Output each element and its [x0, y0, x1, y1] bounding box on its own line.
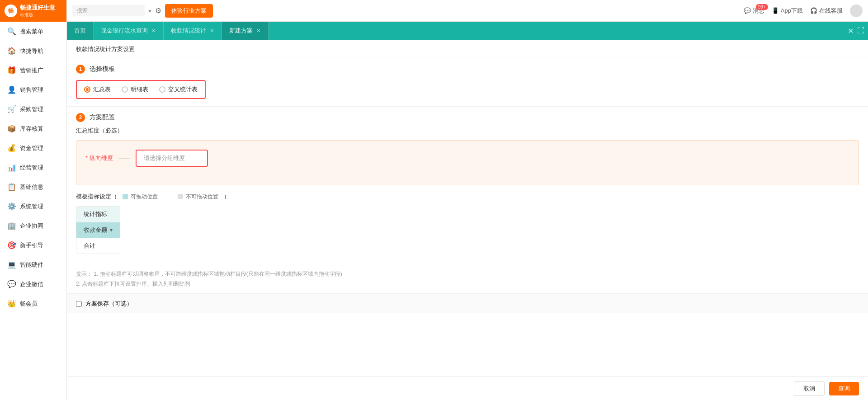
trial-btn[interactable]: 体验行业方案: [165, 4, 213, 18]
legend-non-draggable: 不可拖动位置: [178, 193, 218, 201]
main-area: 搜索 ▾ ⚙ 体验行业方案 💬 消息 99+ 📱 App下载 🎧 在线客服: [67, 0, 868, 400]
header-left: 搜索 ▾ ⚙ 体验行业方案: [72, 4, 740, 18]
step1-section: 1 选择模板 汇总表 明细表 交叉统计表: [67, 57, 868, 106]
radio-summary[interactable]: 汇总表: [84, 85, 111, 94]
logo-subtitle: 标准版: [20, 12, 55, 18]
sidebar-item-basic-info[interactable]: 📋 基础信息: [0, 177, 66, 197]
sidebar-item-label: 搜索菜单: [20, 28, 43, 36]
tab-expand-btn[interactable]: ⛶: [857, 27, 864, 35]
online-support-item[interactable]: 🎧 在线客服: [810, 7, 843, 15]
legend-draggable: 可拖动位置: [123, 193, 158, 201]
operation-icon: 📊: [7, 163, 16, 172]
tab-home[interactable]: 首页: [67, 22, 94, 40]
sidebar-item-finance[interactable]: 💰 资金管理: [0, 138, 66, 158]
notification-badge: 99+: [756, 4, 768, 10]
save-checkbox[interactable]: [76, 301, 82, 307]
sidebar-item-label: 销售管理: [20, 86, 43, 94]
sidebar-item-purchase[interactable]: 🛒 采购管理: [0, 99, 66, 119]
sidebar-item-label: 库存核算: [20, 125, 43, 133]
sidebar-item-search-menu[interactable]: 🔍 搜索菜单: [0, 22, 66, 41]
step2-label: 2 方案配置: [76, 113, 115, 122]
caret-down-icon[interactable]: ▾: [110, 227, 113, 233]
radio-summary-label: 汇总表: [93, 85, 111, 94]
tab-new-plan[interactable]: 新建方案 ✕: [222, 22, 269, 40]
wechat-icon: 💬: [7, 280, 16, 288]
settings-icon[interactable]: ⚙: [155, 6, 161, 15]
online-support-label: 在线客服: [819, 7, 843, 15]
notification-icon: 💬: [744, 7, 751, 14]
radio-cross[interactable]: 交叉统计表: [159, 85, 198, 94]
dimension-selector[interactable]: 请选择分组维度: [136, 150, 208, 167]
sidebar-item-wechat[interactable]: 💬 企业微信: [0, 274, 66, 294]
sidebar-item-operation[interactable]: 📊 经营管理: [0, 158, 66, 177]
radio-detail[interactable]: 明细表: [122, 85, 148, 94]
vertical-dimension-label: * 纵向维度: [85, 154, 113, 162]
tab-close-cash-flow[interactable]: ✕: [151, 28, 156, 34]
tab-cash-flow-label: 现金银行流水查询: [101, 27, 148, 35]
sidebar-item-member[interactable]: 👑 畅会员: [0, 294, 66, 313]
indicator-table: 统计指标 收款金额 ▾ 合计: [76, 206, 120, 254]
tab-actions: ✕ ⛶: [844, 22, 868, 40]
template-row: 汇总表 明细表 交叉统计表: [76, 80, 206, 99]
draggable-label: 可拖动位置: [131, 193, 158, 201]
page-title: 收款情况统计方案设置: [67, 40, 868, 57]
sidebar: 畅 畅捷通好生意 标准版 🔍 搜索菜单 🏠 快捷导航 🎁 营销推广 👤 销售管理…: [0, 0, 67, 400]
enterprise-icon: 🏢: [7, 221, 16, 230]
sidebar-item-enterprise[interactable]: 🏢 企业协同: [0, 216, 66, 235]
marketing-icon: 🎁: [7, 66, 16, 75]
notification-item[interactable]: 💬 消息 99+: [744, 7, 764, 15]
quick-nav-icon: 🏠: [7, 47, 16, 55]
header-search-bar[interactable]: 搜索: [72, 5, 145, 16]
cancel-button[interactable]: 取消: [794, 381, 825, 396]
basic-info-icon: 📋: [7, 183, 16, 191]
tab-close-receipt-stat[interactable]: ✕: [210, 28, 214, 34]
dimension-area: * 纵向维度 —— 请选择分组维度: [76, 140, 859, 185]
hints-section: 提示： 1. 拖动标题栏可以调整布局，不可跨维度或指标区域拖动栏目段(只能在同一…: [67, 265, 868, 293]
app-download-label: App下载: [781, 7, 803, 15]
sidebar-item-marketing[interactable]: 🎁 营销推广: [0, 61, 66, 80]
dimension-row: * 纵向维度 —— 请选择分组维度: [85, 150, 849, 167]
save-label: 方案保存（可选）: [85, 300, 132, 308]
app-download-icon: 📱: [772, 7, 779, 14]
step1-text: 选择模板: [90, 65, 115, 73]
header-dropdown-arrow[interactable]: ▾: [148, 7, 151, 14]
sidebar-item-label: 资金管理: [20, 144, 43, 152]
tab-close-btn[interactable]: ✕: [848, 27, 854, 35]
sidebar-item-smart-hw[interactable]: 💻 智能硬件: [0, 255, 66, 274]
search-menu-icon: 🔍: [7, 27, 16, 36]
system-icon: ⚙️: [7, 202, 16, 211]
sidebar-item-quick-nav[interactable]: 🏠 快捷导航: [0, 41, 66, 61]
radio-dot-summary: [84, 86, 90, 93]
sidebar-item-inventory[interactable]: 📦 库存核算: [0, 119, 66, 138]
logo-icon: 畅: [5, 5, 17, 17]
sidebar-item-system[interactable]: ⚙️ 系统管理: [0, 197, 66, 216]
indicator-total: 合计: [76, 238, 120, 254]
tab-new-plan-label: 新建方案: [229, 27, 253, 35]
tab-close-new-plan[interactable]: ✕: [256, 28, 261, 34]
user-avatar[interactable]: [850, 5, 863, 17]
top-header: 搜索 ▾ ⚙ 体验行业方案 💬 消息 99+ 📱 App下载 🎧 在线客服: [67, 0, 868, 22]
radio-dot-cross: [159, 86, 165, 93]
radio-dot-detail: [122, 86, 128, 93]
sidebar-item-label: 企业协同: [20, 222, 43, 230]
page-content: 收款情况统计方案设置 1 选择模板 汇总表 明细表: [67, 40, 868, 376]
non-draggable-label: 不可拖动位置: [186, 193, 218, 201]
step1-label: 1 选择模板: [76, 65, 115, 74]
app-download-item[interactable]: 📱 App下载: [772, 7, 803, 15]
tab-cash-flow[interactable]: 现金银行流水查询 ✕: [94, 22, 164, 40]
tab-home-label: 首页: [74, 27, 86, 35]
inventory-icon: 📦: [7, 124, 16, 133]
step1-num: 1: [76, 65, 85, 74]
tab-receipt-stat[interactable]: 收款情况统计 ✕: [164, 22, 222, 40]
hint-1: 提示： 1. 拖动标题栏可以调整布局，不可跨维度或指标区域拖动栏目段(只能在同一…: [76, 269, 859, 279]
header-right: 💬 消息 99+ 📱 App下载 🎧 在线客服: [744, 5, 863, 17]
sidebar-item-guide[interactable]: 🎯 新手引导: [0, 235, 66, 255]
sidebar-logo: 畅 畅捷通好生意 标准版: [0, 0, 66, 22]
query-button[interactable]: 查询: [829, 382, 859, 395]
step2-text: 方案配置: [90, 113, 115, 122]
indicator-col-receipt[interactable]: 收款金额 ▾: [76, 222, 120, 238]
sidebar-item-label: 新手引导: [20, 241, 43, 249]
sidebar-item-label: 经营管理: [20, 164, 43, 172]
sidebar-item-sales[interactable]: 👤 销售管理: [0, 80, 66, 99]
dimension-placeholder: 请选择分组维度: [144, 155, 185, 161]
